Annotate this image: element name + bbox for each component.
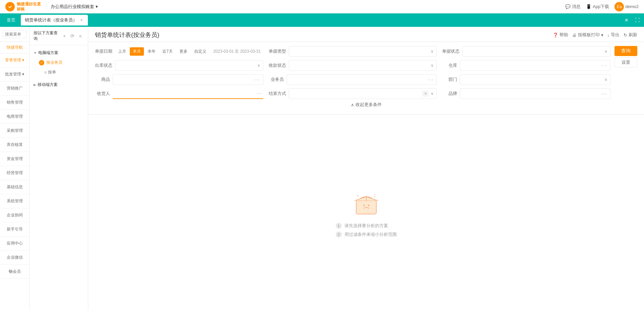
sidebar-item-operations[interactable]: 经营管理 xyxy=(0,166,29,180)
pay-method-control[interactable]: × ∨ xyxy=(289,88,437,99)
warehouse-control[interactable]: ··· xyxy=(460,60,610,71)
sub-icon: ≡ xyxy=(44,70,47,75)
sidebar-item-sales[interactable]: 销售管理 xyxy=(0,96,29,110)
sidebar-item-purchase[interactable]: 采购管理 xyxy=(0,124,29,138)
date-tab-7days[interactable]: 近7天 xyxy=(159,47,176,56)
doc-type-dropdown-icon: ∨ xyxy=(431,49,434,54)
desktop-group-title[interactable]: ▼ 电脑端方案 xyxy=(30,48,88,58)
app-download-action[interactable]: 📱 App下载 xyxy=(586,4,609,10)
query-button[interactable]: 查询 xyxy=(614,46,637,56)
svg-point-2 xyxy=(357,195,359,196)
staff-dots-icon: ··· xyxy=(428,77,434,82)
close-tab-icon[interactable]: × xyxy=(79,18,84,22)
filter-row-1: 单据日期 上月 本月 本年 近7天 更多 自定义 20 xyxy=(95,46,610,57)
sidebar-item-finance[interactable]: 资金管理 xyxy=(0,152,29,166)
goods-control[interactable]: ··· xyxy=(113,74,263,85)
empty-step-1: 1 请先选择要分析的方案 xyxy=(336,223,397,229)
page-actions: ❓ 帮助 🖨 按模板打印 ▾ ↓ 导出 ↻ 刷新 xyxy=(553,32,638,38)
date-tab-custom[interactable]: 自定义 xyxy=(191,47,209,56)
settings-button[interactable]: 设置 xyxy=(614,57,637,67)
user-avatar-action[interactable]: Ea demo2 xyxy=(614,2,639,11)
sidebar-item-wholesale[interactable]: 批发管理 ▾ xyxy=(0,67,29,82)
sidebar-item-basic-info[interactable]: 基础信息 xyxy=(0,180,29,194)
template-print-action[interactable]: 🖨 按模板打印 ▾ xyxy=(572,32,603,38)
pay-method-filter-item: 结算方式 × ∨ xyxy=(269,88,437,99)
dept-control[interactable]: ∨ xyxy=(460,74,610,85)
doc-type-control[interactable]: ∨ xyxy=(289,46,437,57)
staff-label: 业务员 xyxy=(269,76,284,83)
top-bar-left: 畅捷通好生意 标账 办公用品行业模拟账套 ▾ xyxy=(5,2,98,11)
app-selector[interactable]: 办公用品行业模拟账套 ▾ xyxy=(46,4,98,10)
sidebar-item-retail[interactable]: 零售管理 ▾ xyxy=(0,53,29,67)
sidebar-item-marketing[interactable]: 营销推广 xyxy=(0,82,29,96)
collapse-panel-button[interactable]: « xyxy=(77,33,84,39)
receive-status-filter-item: 收款状态 ∨ xyxy=(269,60,437,71)
refresh-scheme-button[interactable]: ⟳ xyxy=(69,33,76,39)
left-panel: 按以下方案查询 + ⟳ « ▼ 电脑端方案 ✓ 按业务员 ≡ 按单 ▶ 移动端方 xyxy=(30,27,88,310)
date-tab-last-month[interactable]: 上月 xyxy=(115,47,129,56)
receiver-label: 收货人 xyxy=(95,91,110,97)
tab-home[interactable]: 首页 xyxy=(3,15,19,25)
message-action[interactable]: 💬 消息 xyxy=(565,4,581,10)
scheme-item-by-order[interactable]: ≡ 按单 xyxy=(30,67,88,77)
receive-status-control[interactable]: ∨ xyxy=(289,60,437,71)
sidebar-item-wechat[interactable]: 企业微信 xyxy=(0,251,29,265)
date-tab-this-month[interactable]: 本月 xyxy=(130,47,144,56)
sidebar-item-app-center[interactable]: 应用中心 xyxy=(0,237,29,251)
help-icon: ❓ xyxy=(553,33,558,38)
help-action[interactable]: ❓ 帮助 xyxy=(553,32,568,38)
brand-control[interactable]: ··· xyxy=(460,88,610,99)
export-icon: ↓ xyxy=(607,33,610,38)
collapse-bar[interactable]: ∧ 收起更多条件 xyxy=(95,99,637,110)
sidebar-item-newbie[interactable]: 新手引导 xyxy=(0,222,29,237)
date-range: 2023-03-01 至 2023-03-31 xyxy=(213,49,261,54)
page-title: 销货单统计表(按业务员) xyxy=(95,31,159,39)
pay-method-remove-icon[interactable]: × xyxy=(424,91,427,96)
receiver-filter-item: 收货人 ··· xyxy=(95,88,263,99)
doc-status-control[interactable]: ∨ xyxy=(462,46,610,57)
out-status-label: 出库状态 xyxy=(95,62,112,68)
sidebar-item-member[interactable]: 畅会员 xyxy=(0,265,29,279)
goods-dots-icon: ··· xyxy=(254,77,260,82)
goods-filter-item: 商品 ··· xyxy=(95,74,263,85)
left-panel-header: 按以下方案查询 + ⟳ « xyxy=(30,27,88,45)
close-window-icon[interactable]: ✕ xyxy=(623,16,631,24)
date-tab-this-year[interactable]: 本年 xyxy=(145,47,159,56)
sidebar-item-inventory[interactable]: 库存核算 xyxy=(0,138,29,152)
receiver-dots-icon: ··· xyxy=(257,91,263,96)
out-status-control[interactable]: ∨ xyxy=(115,60,263,71)
empty-step-2: 2 用过滤条件来缩小分析范围 xyxy=(336,231,397,238)
doc-status-filter-item: 单据状态 ∨ xyxy=(442,46,610,57)
sidebar-search-area xyxy=(0,27,29,42)
brand-dots-icon: ··· xyxy=(601,91,607,96)
doc-status-label: 单据状态 xyxy=(442,48,460,54)
refresh-action[interactable]: ↻ 刷新 xyxy=(624,32,637,38)
pay-method-dropdown-icon: ∨ xyxy=(431,91,434,96)
sidebar-item-ecommerce[interactable]: 电商管理 xyxy=(0,110,29,124)
logo-icon xyxy=(5,2,15,11)
sidebar-quick-nav[interactable]: 快捷导航 xyxy=(0,42,29,53)
receiver-control[interactable]: ··· xyxy=(113,88,263,99)
scheme-item-by-staff[interactable]: ✓ 按业务员 xyxy=(30,58,88,67)
search-input[interactable] xyxy=(3,30,26,38)
dropdown-icon: ▾ xyxy=(96,4,98,9)
receive-status-dropdown-icon: ∨ xyxy=(431,63,434,68)
svg-point-3 xyxy=(374,194,375,195)
step-2-number: 2 xyxy=(336,231,342,238)
tab-sales-stats[interactable]: 销货单统计表（按业务员） × xyxy=(21,15,88,25)
collapse-icon: ∧ xyxy=(351,102,354,107)
export-action[interactable]: ↓ 导出 xyxy=(607,32,620,38)
date-tab-more[interactable]: 更多 xyxy=(176,47,191,56)
sidebar-item-enterprise[interactable]: 企业协同 xyxy=(0,208,29,222)
mobile-group-title[interactable]: ▶ 移动端方案 xyxy=(30,80,88,90)
svg-point-0 xyxy=(7,4,13,9)
sidebar-item-system[interactable]: 系统管理 xyxy=(0,194,29,208)
brand-label: 品牌 xyxy=(442,91,457,97)
message-icon: 💬 xyxy=(565,4,571,9)
mobile-group-triangle: ▶ xyxy=(34,83,36,87)
scheme-active-icon: ✓ xyxy=(39,60,44,65)
empty-state: 1 请先选择要分析的方案 2 用过滤条件来缩小分析范围 xyxy=(88,115,644,310)
maximize-window-icon[interactable]: ⛶ xyxy=(633,16,641,24)
add-scheme-button[interactable]: + xyxy=(61,33,68,39)
staff-control[interactable]: ··· xyxy=(286,74,437,85)
